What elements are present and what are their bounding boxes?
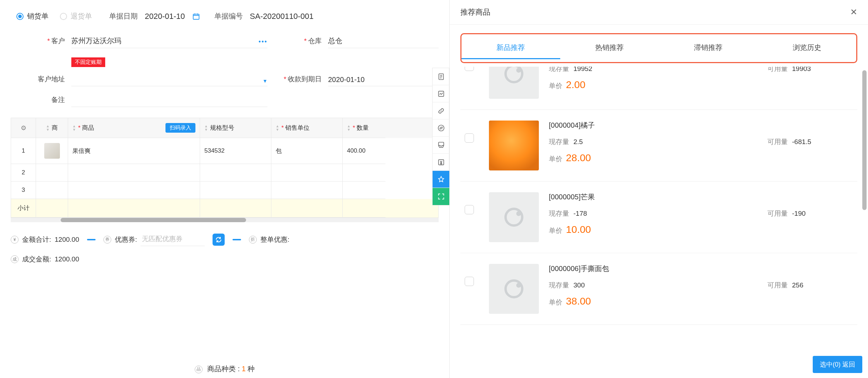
- rail-inbox-icon[interactable]: [433, 137, 450, 154]
- row-index: 2: [11, 164, 36, 182]
- table-row[interactable]: 3: [11, 182, 438, 199]
- deal-value: 1200.00: [55, 255, 79, 263]
- side-icon-rail: [432, 68, 449, 205]
- tab-2[interactable]: 滞销推荐: [659, 37, 758, 59]
- svg-point-8: [516, 211, 521, 216]
- tab-0[interactable]: 新品推荐: [461, 37, 560, 59]
- doc-no-label: 单据编号: [214, 11, 243, 21]
- total-label: 金额合计:: [22, 235, 51, 244]
- svg-point-10: [516, 283, 521, 287]
- product-row[interactable]: 250ml现存量19952可用量19903单价2.00: [460, 67, 857, 110]
- sort-icon: ▲▼: [347, 124, 351, 132]
- refresh-button[interactable]: [213, 234, 225, 246]
- col-spec-header[interactable]: ▲▼规格型号: [200, 118, 271, 138]
- row-thumb: [36, 164, 68, 182]
- rail-expand-icon[interactable]: [433, 188, 450, 205]
- product-row[interactable]: [0000005]芒果现存量-178可用量-190单价10.00: [460, 182, 857, 253]
- sort-icon: ▲▼: [204, 124, 208, 132]
- warehouse-input[interactable]: 总仓: [328, 34, 439, 48]
- rail-star-icon[interactable]: [433, 171, 450, 188]
- svg-point-3: [438, 125, 444, 131]
- rail-link-icon[interactable]: [433, 102, 450, 119]
- doc-date-value[interactable]: 2020-01-10: [145, 12, 185, 21]
- radio-return-order[interactable]: 退货单: [60, 11, 92, 21]
- table-row[interactable]: 1果倍爽534532包400.00: [11, 138, 438, 164]
- deal-label: 成交金额:: [22, 255, 51, 264]
- radio-sales-order[interactable]: 销货单: [16, 11, 48, 21]
- row-spec[interactable]: [200, 182, 271, 199]
- remark-input[interactable]: [71, 93, 267, 107]
- row-qty[interactable]: [343, 182, 386, 199]
- row-unit[interactable]: [271, 182, 343, 199]
- coupon-input[interactable]: 无匹配优惠券: [141, 233, 205, 246]
- rail-chart-icon[interactable]: [433, 85, 450, 102]
- row-product[interactable]: [68, 164, 200, 182]
- row-index: 3: [11, 182, 36, 199]
- row-unit[interactable]: [271, 164, 343, 182]
- price-value: 10.00: [566, 224, 591, 235]
- product-checkbox[interactable]: [465, 67, 474, 71]
- price-label: 单价: [549, 155, 562, 163]
- col-unit-header[interactable]: ▲▼*销售单位: [271, 118, 343, 138]
- row-qty[interactable]: [343, 164, 386, 182]
- row-product[interactable]: 果倍爽: [68, 138, 200, 164]
- subtotal-label: 小计: [11, 199, 36, 218]
- price-value: 38.00: [566, 296, 591, 307]
- selected-return-button[interactable]: 选中(0) 返回: [813, 356, 862, 373]
- dash-icon: [233, 239, 241, 240]
- col-settings[interactable]: ⚙: [11, 118, 36, 138]
- ellipsis-icon[interactable]: •••: [259, 38, 267, 46]
- col-img-header[interactable]: ▲▼商: [36, 118, 68, 138]
- radio-dot-icon: [16, 13, 24, 20]
- rail-currency-icon[interactable]: [433, 154, 450, 171]
- svg-rect-0: [193, 14, 199, 19]
- chevron-down-icon: ▼: [262, 78, 267, 84]
- product-image: [489, 67, 539, 99]
- avail-value: 256: [792, 281, 803, 289]
- stock-label: 现存量: [549, 210, 569, 217]
- panel-title: 推荐商品: [460, 7, 490, 17]
- product-checkbox[interactable]: [465, 133, 474, 143]
- warehouse-value: 总仓: [328, 36, 342, 46]
- avail-value: -190: [792, 210, 806, 217]
- rail-doc-icon[interactable]: [433, 68, 450, 85]
- row-product[interactable]: [68, 182, 200, 199]
- category-icon: 品: [195, 366, 203, 373]
- table-row[interactable]: 2: [11, 164, 438, 182]
- product-checkbox[interactable]: [465, 205, 474, 214]
- footer-prefix: 商品种类 :: [207, 365, 240, 373]
- product-title: [0000005]芒果: [549, 192, 853, 202]
- product-checkbox[interactable]: [465, 277, 474, 286]
- due-date-input[interactable]: 2020-01-10: [328, 72, 439, 86]
- stock-label: 现存量: [549, 67, 569, 72]
- avail-value: 19903: [792, 67, 811, 72]
- row-spec[interactable]: 534532: [200, 138, 271, 164]
- due-date-value: 2020-01-10: [328, 76, 364, 84]
- row-spec[interactable]: [200, 164, 271, 182]
- avail-value: -681.5: [792, 138, 811, 145]
- product-row[interactable]: [0000004]橘子现存量2.5可用量-681.5单价28.00: [460, 110, 857, 182]
- row-unit[interactable]: 包: [271, 138, 343, 164]
- sort-icon: ▲▼: [72, 124, 76, 132]
- avail-label: 可用量: [767, 210, 788, 217]
- radio-sales-label: 销货单: [27, 11, 48, 21]
- close-icon[interactable]: ✕: [850, 7, 857, 17]
- col-product-header[interactable]: ▲▼*商品扫码录入: [68, 118, 200, 138]
- customer-input[interactable]: 苏州万达沃尔玛 •••: [71, 34, 267, 48]
- panel-v-scrollbar[interactable]: [862, 70, 867, 374]
- product-row[interactable]: [0000006]手撕面包现存量300可用量256单价38.00: [460, 253, 857, 325]
- doc-date-label: 单据日期: [109, 11, 138, 21]
- row-qty[interactable]: 400.00: [343, 138, 386, 164]
- calendar-icon[interactable]: [192, 12, 200, 20]
- address-select[interactable]: ▼: [71, 72, 267, 86]
- scan-input-button[interactable]: 扫码录入: [165, 123, 195, 133]
- price-value: 28.00: [566, 152, 591, 163]
- stock-label: 现存量: [549, 138, 569, 145]
- rail-swap-icon[interactable]: [433, 119, 450, 137]
- deal-icon: 成: [11, 255, 19, 263]
- tab-3[interactable]: 浏览历史: [757, 37, 856, 59]
- tab-1[interactable]: 热销推荐: [560, 37, 659, 59]
- whole-discount-label: 整单优惠:: [260, 235, 289, 244]
- grid-h-scrollbar[interactable]: [11, 218, 439, 222]
- col-qty-header[interactable]: ▲▼*数量: [343, 118, 386, 138]
